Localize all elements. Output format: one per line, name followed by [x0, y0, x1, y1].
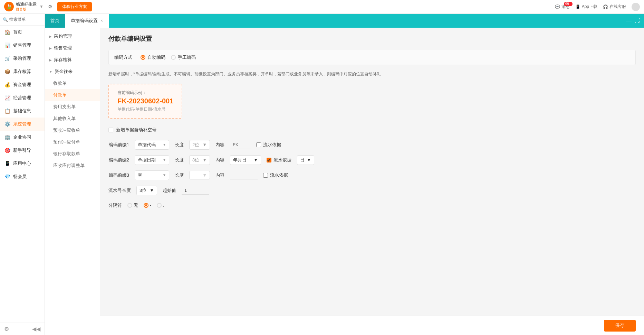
- serial-follow2-label: 流水依据: [273, 157, 291, 163]
- finance-icon: 💰: [4, 82, 10, 88]
- sub-menu-item-receipt[interactable]: 收款单: [45, 77, 100, 89]
- sep-dash-circle: [144, 203, 148, 208]
- sidebar-item-vip[interactable]: 💎 畅会员: [0, 170, 45, 183]
- preview-desc: 单据代码-单据日期-流水号: [117, 106, 173, 112]
- sep-dash-radio[interactable]: -: [144, 203, 151, 208]
- settings-icon[interactable]: ⚙: [46, 2, 55, 11]
- radio-manual-encode[interactable]: 手工编码: [171, 54, 196, 61]
- prefix1-select[interactable]: 单据代码 ▼: [135, 140, 169, 150]
- sidebar-item-guide[interactable]: 🎯 新手引导: [0, 144, 45, 157]
- sub-menu-header-inventory[interactable]: ▶ 库存核算: [45, 54, 100, 66]
- length1-select[interactable]: 2位 ▼: [189, 140, 210, 150]
- length2-select[interactable]: 8位 ▼: [189, 155, 210, 165]
- day-select[interactable]: 日 ▼: [297, 155, 314, 165]
- sub-menu-header-capital[interactable]: ▼ 资金往来: [45, 66, 100, 77]
- sidebar-item-basic[interactable]: 📋 基础信息: [0, 104, 45, 118]
- arrow-right-icon: ▶: [49, 46, 52, 50]
- prefix2-select[interactable]: 单据日期 ▼: [135, 155, 169, 165]
- sidebar-item-sales[interactable]: 📊 销售管理: [0, 39, 45, 52]
- sidebar-collapse-icon[interactable]: ◀◀: [32, 326, 40, 332]
- content-right: 付款单编码设置 编码方式 自动编码 手工编码: [100, 28, 644, 335]
- search-label: 搜索菜单: [9, 17, 26, 22]
- trial-btn[interactable]: 体验行业方案: [57, 2, 92, 11]
- dropdown-arrow-icon: ▼: [163, 173, 166, 177]
- dropdown-arrow-icon: ▼: [253, 157, 258, 162]
- sidebar-item-purchase[interactable]: 🛒 采购管理: [0, 52, 45, 65]
- user-avatar[interactable]: [632, 3, 640, 11]
- message-btn[interactable]: 💬 消息 99+: [555, 4, 570, 10]
- serial-follow1-group: 流水依据: [256, 142, 281, 148]
- app-logo: 🍃 畅通好生意 拼音版: [4, 2, 37, 11]
- sub-menu-item-payment[interactable]: 付款单: [45, 89, 100, 101]
- arrow-right-icon: ▶: [49, 35, 52, 38]
- sidebar-item-home[interactable]: 🏠 首页: [0, 26, 45, 39]
- prefix3-select[interactable]: 空 ▼: [135, 170, 169, 180]
- sidebar-search[interactable]: 🔍 搜索菜单: [0, 14, 45, 26]
- sidebar-item-label: 畅会员: [13, 174, 27, 180]
- prefix2-row: 编码前缀2 单据日期 ▼ 长度 8位 ▼ 内容 年月日: [108, 155, 636, 165]
- sub-menu-item-bank[interactable]: 银行存取款单: [45, 148, 100, 160]
- sidebar-item-label: 资金管理: [13, 82, 31, 88]
- save-button[interactable]: 保存: [604, 320, 636, 332]
- sub-menu-item-adjustment[interactable]: 应收应付调整单: [45, 160, 100, 171]
- serial-follow1-checkbox[interactable]: [256, 142, 261, 147]
- tab-current-label: 单据编码设置: [71, 18, 98, 24]
- sidebar-item-inventory[interactable]: 📦 库存核算: [0, 65, 45, 78]
- sub-menu-item-expense[interactable]: 费用支出单: [45, 101, 100, 113]
- topbar-left: 🍃 畅通好生意 拼音版 ▼ ⚙ 体验行业方案: [4, 2, 92, 11]
- sub-sidebar: ▶ 采购管理 ▶ 销售管理 ▶ 库存核算: [45, 28, 100, 335]
- sub-menu-header-label: 库存核算: [54, 57, 72, 63]
- sidebar-item-label: 销售管理: [13, 42, 31, 48]
- sidebar-item-apps[interactable]: 📱 应用中心: [0, 157, 45, 170]
- page-title: 付款单编码设置: [108, 35, 636, 43]
- sub-menu-item-prepay-pay[interactable]: 预付冲应付单: [45, 136, 100, 148]
- radio-group-encode: 自动编码 手工编码: [141, 54, 196, 61]
- auto-fill-checkbox[interactable]: [108, 128, 113, 132]
- content1-label: 内容: [215, 142, 224, 148]
- sub-menu-item-other-income[interactable]: 其他收入单: [45, 113, 100, 124]
- sidebar-item-label: 基础信息: [13, 108, 31, 114]
- system-icon: ⚙️: [4, 121, 10, 127]
- sidebar-item-label: 企业协同: [13, 134, 31, 140]
- sub-menu-header-sales[interactable]: ▶ 销售管理: [45, 42, 100, 54]
- serial-follow2-group: 流水依据: [267, 157, 291, 163]
- content3-input[interactable]: [230, 171, 258, 179]
- preview-label: 当前编码示例：: [117, 90, 173, 96]
- length3-select[interactable]: ▼: [189, 171, 210, 179]
- sidebar-item-label: 系统管理: [13, 121, 31, 127]
- topbar: 🍃 畅通好生意 拼音版 ▼ ⚙ 体验行业方案 💬 消息 99+ 📱 App下载 …: [0, 0, 644, 14]
- sep-none-radio[interactable]: 无: [127, 202, 138, 208]
- logo-text: 畅通好生意: [16, 2, 37, 7]
- sep-dot-label: .: [163, 203, 164, 208]
- content2-select[interactable]: 年月日 ▼: [230, 155, 261, 165]
- tab-close-icon[interactable]: ×: [100, 18, 103, 23]
- content2-value: 年月日: [233, 157, 247, 163]
- tab-current[interactable]: 单据编码设置 ×: [65, 14, 109, 28]
- start-val-input[interactable]: [182, 186, 209, 195]
- maximize-icon[interactable]: ⛶: [634, 18, 640, 24]
- online-service-btn[interactable]: 🎧 在线客服: [603, 4, 626, 10]
- dropdown-arrow-icon: ▼: [150, 188, 154, 193]
- sidebar-item-system[interactable]: ⚙️ 系统管理: [0, 118, 45, 131]
- tab-home[interactable]: 首页: [45, 14, 65, 28]
- serial-follow3-checkbox[interactable]: [263, 173, 268, 178]
- sep-dot-radio[interactable]: .: [157, 203, 164, 208]
- sidebar-item-operation[interactable]: 📈 经营管理: [0, 91, 45, 104]
- sub-menu-header-purchase[interactable]: ▶ 采购管理: [45, 30, 100, 42]
- sidebar-item-enterprise[interactable]: 🏢 企业协同: [0, 131, 45, 144]
- dropdown-arrow-icon: ▼: [163, 158, 166, 162]
- radio-auto-encode[interactable]: 自动编码: [141, 54, 165, 61]
- sub-menu-item-prepay-recv[interactable]: 预收冲应收单: [45, 124, 100, 136]
- tab-home-label: 首页: [50, 18, 59, 24]
- topbar-dropdown[interactable]: ▼: [39, 4, 44, 9]
- content1-input[interactable]: [230, 141, 251, 149]
- serial-follow2-checkbox[interactable]: [267, 158, 271, 162]
- app-download-btn[interactable]: 📱 App下载: [575, 4, 597, 10]
- sidebar-settings-icon[interactable]: ⚙: [4, 326, 9, 332]
- sub-menu-header-label: 销售管理: [54, 45, 72, 51]
- serial-len-select[interactable]: 3位 ▼: [136, 186, 157, 195]
- content3-label: 内容: [215, 172, 224, 178]
- sidebar-item-finance[interactable]: 💰 资金管理: [0, 78, 45, 91]
- auto-fill-row: 新增单据自动补空号: [108, 127, 636, 133]
- minimize-icon[interactable]: —: [626, 18, 632, 24]
